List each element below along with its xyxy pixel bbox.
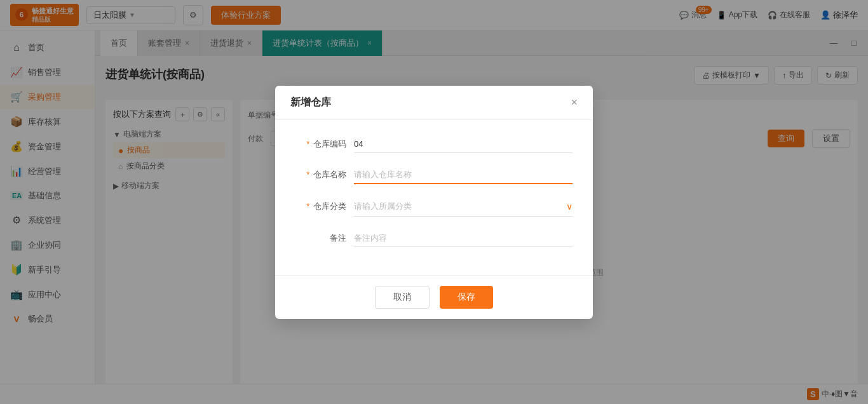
category-label: * 仓库分类: [295, 201, 346, 212]
required-star-code: *: [306, 139, 309, 149]
modal-body: * 仓库编码 * 仓库名称 * 仓库分类 请输入所属: [275, 120, 593, 275]
form-row-remark: 备注: [295, 229, 573, 247]
modal-footer: 取消 保存: [275, 275, 593, 319]
category-select-row[interactable]: 请输入所属分类 ∨: [354, 197, 573, 217]
warehouse-name-input[interactable]: [354, 166, 573, 184]
remark-label: 备注: [295, 232, 346, 244]
form-row-name: * 仓库名称: [295, 166, 573, 184]
form-row-code: * 仓库编码: [295, 135, 573, 153]
modal-close-button[interactable]: ×: [571, 96, 578, 109]
warehouse-code-input[interactable]: [354, 135, 573, 153]
required-star-name: *: [306, 170, 309, 179]
code-label: * 仓库编码: [295, 138, 346, 150]
category-chevron-icon: ∨: [566, 201, 573, 212]
modal-header: 新增仓库 ×: [275, 86, 593, 120]
add-warehouse-modal: 新增仓库 × * 仓库编码 * 仓库名称: [275, 86, 593, 319]
remark-input[interactable]: [354, 229, 573, 247]
cancel-button[interactable]: 取消: [375, 286, 430, 309]
required-star-category: *: [306, 201, 309, 211]
category-placeholder: 请输入所属分类: [354, 201, 412, 212]
modal-overlay[interactable]: 新增仓库 × * 仓库编码 * 仓库名称: [0, 0, 868, 404]
name-label: * 仓库名称: [295, 169, 346, 180]
save-button[interactable]: 保存: [440, 286, 493, 309]
form-row-category: * 仓库分类 请输入所属分类 ∨: [295, 197, 573, 217]
modal-title: 新增仓库: [290, 96, 331, 109]
